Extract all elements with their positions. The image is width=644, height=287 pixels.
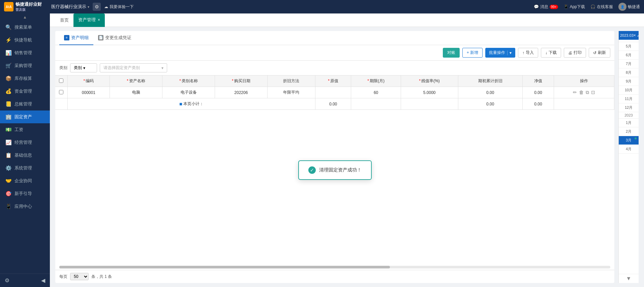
timeline-expand-icon[interactable]: ⤢	[637, 33, 639, 38]
tl-month-2022-12[interactable]: 12月	[619, 103, 639, 112]
col-action: 操作	[554, 75, 614, 87]
category-type-value: 类别	[74, 65, 82, 71]
print-button[interactable]: 🖨 打印	[564, 48, 586, 58]
sidebar-item-search[interactable]: 🔍 搜索菜单	[0, 21, 50, 34]
sidebar-item-enterprise[interactable]: 🤝 企业协同	[0, 174, 50, 187]
company-name[interactable]: 医疗器械行业演示 ▾	[51, 4, 89, 10]
row-checkbox[interactable]	[59, 90, 63, 94]
sidebar-label-system: 系统管理	[14, 165, 32, 171]
settings-icon[interactable]: ⚙	[93, 3, 101, 11]
app-center-icon: 📱	[5, 203, 12, 210]
sidebar-item-sales[interactable]: 📊 销售管理	[0, 46, 50, 59]
app-download-btn[interactable]: 📱 App下载	[563, 4, 585, 10]
messages-badge: 99+	[550, 5, 558, 9]
tl-month-2022-9[interactable]: 9月	[619, 77, 639, 86]
tl-month-2023-4[interactable]: 4月	[619, 145, 639, 154]
sidebar-item-finance[interactable]: 💰 资金管理	[0, 85, 50, 98]
subtotal-label-cell: ◼ 本页小计：	[67, 98, 315, 110]
col-accumulated: 期初累计折旧	[458, 75, 523, 87]
sidebar-label-operations: 经营管理	[14, 139, 32, 146]
logo-title: 畅捷通好业财	[16, 1, 42, 7]
cell-depreciation: 年限平均	[267, 87, 315, 98]
tl-month-2023-1[interactable]: 1月	[619, 119, 639, 127]
sidebar-item-purchase[interactable]: 🛒 采购管理	[0, 59, 50, 72]
category-filter-label: 类别	[59, 65, 67, 71]
col-original-value: *原值	[315, 75, 351, 87]
sidebar-item-ledger[interactable]: 📒 总账管理	[0, 98, 50, 110]
sidebar-item-inventory[interactable]: 📦 库存核算	[0, 72, 50, 85]
select-all-checkbox[interactable]	[59, 78, 63, 83]
category-type-select[interactable]: 类别 ▾	[70, 63, 97, 72]
operations-icon: 📈	[5, 139, 12, 146]
per-page-select[interactable]: 50 10 20 100	[70, 273, 89, 280]
fixed-assets-icon: 🏢	[5, 114, 12, 120]
tl-month-2022-5[interactable]: 5月	[619, 42, 639, 51]
tl-month-2023-3[interactable]: 3月	[619, 136, 639, 145]
messages-btn[interactable]: 💬 消息 99+	[534, 4, 558, 10]
online-service-btn[interactable]: 🎧 在线客服	[590, 4, 613, 10]
col-residual-rate: *残值率(%)	[401, 75, 458, 87]
table-header: *编码 *资产名称 *类别名称 *购买日期 折旧方法 *原值 *期限(月) *残…	[55, 75, 614, 87]
batch-ops-button[interactable]: 批量操作 ▾	[485, 48, 515, 58]
experience-btn[interactable]: ☁ 我要体验一下	[104, 4, 134, 10]
assets-table: *编码 *资产名称 *类别名称 *购买日期 折旧方法 *原值 *期限(月) *残…	[55, 75, 614, 110]
subtotal-net: 0.00	[523, 98, 554, 110]
import-icon: ↑	[522, 51, 524, 55]
category-type-chevron: ▾	[83, 66, 85, 70]
sidebar-item-guide[interactable]: 🎯 新手引导	[0, 187, 50, 200]
tl-month-2022-6[interactable]: 6月	[619, 51, 639, 60]
tl-month-2023-2[interactable]: 2月	[619, 127, 639, 136]
tab-close-icon[interactable]: ×	[98, 18, 100, 22]
download-button[interactable]: ↓ 下载	[541, 48, 561, 58]
tl-month-2022-7[interactable]: 7月	[619, 60, 639, 68]
asset-detail-icon: ≡	[64, 35, 69, 40]
sidebar-item-quick-nav[interactable]: ⚡ 快捷导航	[0, 34, 50, 46]
sidebar-item-system[interactable]: ⚙️ 系统管理	[0, 162, 50, 174]
sidebar-item-basic-info[interactable]: 📋 基础信息	[0, 149, 50, 162]
basic-info-icon: 📋	[5, 152, 12, 158]
row-checkbox-cell[interactable]	[55, 87, 67, 98]
sales-icon: 📊	[5, 50, 12, 56]
refresh-button[interactable]: ↺ 刷新	[589, 48, 610, 58]
tl-month-2022-11[interactable]: 11月	[619, 95, 639, 103]
page-body: ≡ 资产明细 📄 变更生成凭证 对账 + 新增	[50, 27, 644, 287]
tl-month-2022-10[interactable]: 10月	[619, 86, 639, 95]
sidebar-item-payroll[interactable]: 💵 工资	[0, 123, 50, 136]
sidebar-label-sales: 销售管理	[14, 50, 32, 56]
user-avatar[interactable]: 👤 畅捷通	[618, 3, 640, 11]
action-buttons: ✏ 🗑 ⧉ ⊡	[557, 90, 611, 95]
cell-action: ✏ 🗑 ⧉ ⊡	[554, 87, 614, 98]
import-button[interactable]: ↑ 导入	[518, 48, 538, 58]
category-input[interactable]: 请选择固定资产类别 ▾	[100, 63, 167, 72]
header-row: *编码 *资产名称 *类别名称 *购买日期 折旧方法 *原值 *期限(月) *残…	[55, 75, 614, 87]
cell-code: 000001	[67, 87, 110, 98]
scrollbar-thumb[interactable]	[59, 266, 390, 268]
settings-bottom-icon[interactable]: ⚙	[5, 277, 9, 284]
horizontal-scrollbar[interactable]	[59, 266, 610, 268]
tab-asset-management[interactable]: 资产管理 ×	[73, 13, 105, 27]
edit-button[interactable]: ✏	[573, 90, 577, 95]
sidebar-item-fixed-assets[interactable]: 🏢 固定资产	[0, 110, 50, 123]
sub-tab-asset-detail[interactable]: ≡ 资产明细	[59, 31, 93, 45]
tab-home[interactable]: 首页	[55, 13, 73, 27]
category-placeholder: 请选择固定资产类别	[103, 65, 140, 71]
timeline-close-icon[interactable]: ×	[634, 33, 636, 38]
sidebar-item-operations[interactable]: 📈 经营管理	[0, 136, 50, 149]
copy-button[interactable]: ⧉	[586, 90, 589, 95]
tl-month-2022-8[interactable]: 8月	[619, 68, 639, 77]
timeline-title: 2023.03	[620, 33, 634, 37]
header-checkbox[interactable]	[55, 75, 67, 87]
sub-tab-change-voucher[interactable]: 📄 变更生成凭证	[93, 31, 136, 45]
sidebar-scroll-up[interactable]: ▲	[0, 13, 50, 21]
sidebar-item-app-center[interactable]: 📱 应用中心	[0, 200, 50, 213]
purchase-icon: 🛒	[5, 63, 12, 69]
timeline-scroll-down[interactable]: ▼	[619, 274, 639, 283]
sidebar-label-basic-info: 基础信息	[14, 152, 32, 158]
reconcile-button[interactable]: 对账	[443, 48, 460, 58]
cell-purchase-date: 202206	[215, 87, 267, 98]
sidebar-label-purchase: 采购管理	[14, 63, 32, 69]
more-button[interactable]: ⊡	[591, 90, 595, 95]
collapse-icon[interactable]: ◀	[41, 277, 45, 284]
new-button[interactable]: + 新增	[462, 48, 483, 58]
delete-button[interactable]: 🗑	[579, 90, 584, 95]
